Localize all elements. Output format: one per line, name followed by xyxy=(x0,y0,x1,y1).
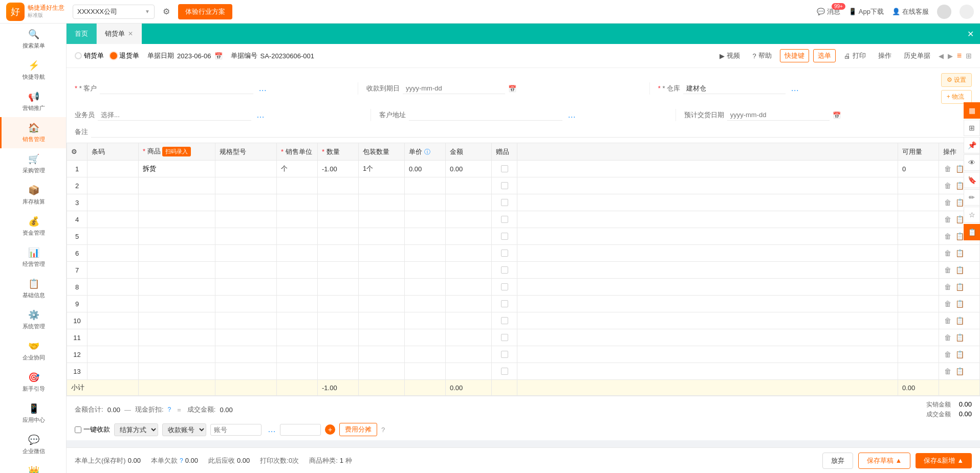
sidebar-item-operation[interactable]: 📊 经营管理 xyxy=(0,242,66,273)
row-spec[interactable] xyxy=(215,363,277,380)
sidebar-item-apps[interactable]: 📱 应用中心 xyxy=(0,398,66,429)
sidebar-item-guide[interactable]: 🎯 新手引导 xyxy=(0,367,66,398)
delete-row-btn[interactable]: 🗑 xyxy=(943,349,952,359)
sidebar-item-search[interactable]: 🔍 搜索菜单 xyxy=(0,24,66,55)
delete-row-btn[interactable]: 🗑 xyxy=(943,214,952,224)
row-price[interactable] xyxy=(405,211,446,228)
row-spec[interactable] xyxy=(215,346,277,363)
row-price[interactable] xyxy=(405,194,446,211)
company-selector[interactable]: XXXXXX公司 ▼ xyxy=(73,5,155,19)
row-barcode[interactable] xyxy=(88,346,139,363)
row-spec[interactable] xyxy=(215,194,277,211)
delete-row-btn[interactable]: 🗑 xyxy=(943,164,952,174)
row-barcode[interactable] xyxy=(88,194,139,211)
row-qty[interactable] xyxy=(318,279,359,296)
float-grid-large-btn[interactable]: ▦ xyxy=(964,102,980,119)
row-spec[interactable] xyxy=(215,177,277,194)
row-product[interactable] xyxy=(139,194,215,211)
debt-info-icon[interactable]: ? xyxy=(180,457,183,464)
delete-row-btn[interactable]: 🗑 xyxy=(943,197,952,208)
row-qty[interactable] xyxy=(318,211,359,228)
one-click-payment-checkbox[interactable]: 一键收款 xyxy=(75,425,110,434)
expense-help-icon[interactable]: ? xyxy=(381,426,385,434)
radio-return[interactable]: 退货单 xyxy=(110,51,139,60)
sidebar-item-marketing[interactable]: 📢 营销推广 xyxy=(0,86,66,117)
row-qty[interactable] xyxy=(318,262,359,279)
radio-sales[interactable]: 销货单 xyxy=(75,51,104,60)
message-btn[interactable]: 💬 消息 99+ xyxy=(817,7,840,16)
float-eye-btn[interactable]: 👁 xyxy=(964,154,980,171)
calendar-icon[interactable]: 📅 xyxy=(214,52,223,60)
float-edit-btn[interactable]: ✏ xyxy=(964,189,980,206)
gift-checkbox[interactable] xyxy=(501,351,508,358)
expected-date-input[interactable] xyxy=(727,109,830,121)
row-price[interactable] xyxy=(405,177,446,194)
trial-button[interactable]: 体验行业方案 xyxy=(178,4,232,19)
row-barcode[interactable] xyxy=(88,177,139,194)
history-btn[interactable]: 历史单据 xyxy=(900,50,934,62)
form-settings-btn[interactable]: ⚙ 设置 xyxy=(941,73,972,87)
row-product[interactable] xyxy=(139,312,215,329)
tab-home[interactable]: 首页 xyxy=(67,24,97,44)
row-spec[interactable] xyxy=(215,262,277,279)
row-qty[interactable]: -1.00 xyxy=(318,161,359,177)
row-product[interactable] xyxy=(139,296,215,312)
online-service-btn[interactable]: 👤 在线客服 xyxy=(892,7,929,16)
warehouse-picker-icon[interactable]: … xyxy=(791,84,799,93)
salesperson-input[interactable] xyxy=(98,109,251,121)
copy-row-btn[interactable]: 📋 xyxy=(954,332,965,343)
row-product[interactable] xyxy=(139,346,215,363)
pick-btn[interactable]: 选单 xyxy=(813,49,836,62)
sidebar-item-inventory[interactable]: 📦 库存核算 xyxy=(0,179,66,211)
row-product[interactable] xyxy=(139,161,215,177)
gift-checkbox[interactable] xyxy=(501,368,508,375)
video-btn[interactable]: ▶ 视频 xyxy=(715,50,744,62)
row-price[interactable] xyxy=(405,245,446,262)
payment-checkbox[interactable] xyxy=(75,426,81,433)
warehouse-input[interactable] xyxy=(683,83,786,94)
row-price[interactable] xyxy=(405,312,446,329)
float-pin-btn[interactable]: 📌 xyxy=(964,137,980,153)
gift-checkbox[interactable] xyxy=(501,250,508,257)
customer-picker-icon[interactable]: … xyxy=(258,84,267,93)
row-barcode[interactable] xyxy=(88,245,139,262)
sidebar-item-quick-nav[interactable]: ⚡ 快捷导航 xyxy=(0,55,66,86)
row-product[interactable] xyxy=(139,279,215,296)
calc-method-select[interactable]: 结算方式 xyxy=(114,423,158,436)
add-payment-btn[interactable]: + xyxy=(325,424,335,435)
row-barcode[interactable] xyxy=(88,312,139,329)
sidebar-item-purchase[interactable]: 🛒 采购管理 xyxy=(0,148,66,179)
expected-date-calendar-icon[interactable]: 📅 xyxy=(833,111,841,119)
sidebar-item-enterprise[interactable]: 🤝 企业协同 xyxy=(0,335,66,367)
float-bookmark-btn[interactable]: 🔖 xyxy=(964,172,980,188)
delete-row-btn[interactable]: 🗑 xyxy=(943,299,952,309)
print-btn[interactable]: 🖨 打印 xyxy=(840,50,870,62)
discount-info-icon[interactable]: ? xyxy=(168,406,171,413)
discard-btn[interactable]: 放弃 xyxy=(822,453,853,469)
row-price[interactable] xyxy=(405,329,446,346)
expense-btn[interactable]: 费用分摊 xyxy=(339,423,377,436)
gift-checkbox[interactable] xyxy=(501,266,508,274)
row-spec[interactable] xyxy=(215,161,277,177)
gift-checkbox[interactable] xyxy=(501,216,508,223)
tab-sales-order[interactable]: 销货单 ✕ xyxy=(97,24,142,44)
account-number-input[interactable] xyxy=(210,424,262,436)
close-all-tabs-btn[interactable]: ✕ xyxy=(967,29,974,39)
scan-btn[interactable]: 扫码录入 xyxy=(162,147,191,156)
row-product[interactable] xyxy=(139,329,215,346)
row-barcode[interactable] xyxy=(88,161,139,177)
row-spec[interactable] xyxy=(215,279,277,296)
row-qty[interactable] xyxy=(318,329,359,346)
gift-checkbox[interactable] xyxy=(501,233,508,240)
draft-btn[interactable]: 保存草稿 ▲ xyxy=(858,453,911,469)
account-picker-icon[interactable]: … xyxy=(268,425,276,434)
row-qty[interactable] xyxy=(318,346,359,363)
row-price[interactable] xyxy=(405,262,446,279)
delete-row-btn[interactable]: 🗑 xyxy=(943,231,952,241)
row-spec[interactable] xyxy=(215,296,277,312)
row-price[interactable] xyxy=(405,296,446,312)
receipt-date-calendar-icon[interactable]: 📅 xyxy=(508,85,516,93)
gift-checkbox[interactable] xyxy=(501,317,508,324)
sidebar-item-sales[interactable]: 🏠 销售管理 xyxy=(0,117,66,148)
customer-address-input[interactable] xyxy=(409,109,562,121)
